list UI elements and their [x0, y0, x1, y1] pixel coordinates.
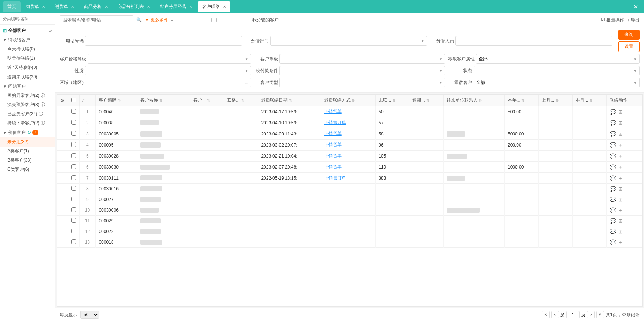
- retail-attr-dropdown[interactable]: 全部 ▼: [476, 54, 640, 64]
- tab-analysis[interactable]: 商品分析 ✕: [80, 1, 112, 12]
- sidebar-item-declining[interactable]: 持续下滑客户(2) ⓘ: [0, 119, 55, 128]
- row-last-method[interactable]: [321, 216, 375, 226]
- row-checkbox[interactable]: [71, 197, 76, 201]
- row-checkbox-cell[interactable]: [68, 173, 79, 184]
- row-checkbox[interactable]: [71, 164, 76, 169]
- cust-type-dropdown[interactable]: ▼: [279, 78, 446, 87]
- tab-sales-close[interactable]: ✕: [42, 4, 45, 9]
- contact-method-link[interactable]: 下销货单: [324, 142, 342, 147]
- col-uncontact[interactable]: 未联... ⇅: [376, 95, 409, 106]
- apps-icon[interactable]: ⊞: [618, 175, 623, 181]
- page-size-select[interactable]: 50 100 200: [80, 311, 99, 319]
- my-customer-checkbox[interactable]: [177, 18, 251, 22]
- manager-dropdown[interactable]: …: [455, 36, 612, 46]
- row-last-method[interactable]: 下销货单: [321, 151, 375, 162]
- row-checkbox-cell[interactable]: [68, 128, 79, 140]
- apps-icon[interactable]: ⊞: [618, 142, 623, 148]
- contact-method-link[interactable]: 下销货单: [324, 109, 342, 114]
- chat-icon[interactable]: 💬: [610, 175, 616, 181]
- sidebar-item-abnormal[interactable]: 囤购异常客户(2) ⓘ: [0, 91, 55, 100]
- row-checkbox[interactable]: [71, 109, 76, 114]
- page-number-input[interactable]: [566, 311, 580, 318]
- prev-page-btn[interactable]: <: [551, 311, 559, 318]
- tab-cust-segment[interactable]: 客户分层经营 ✕: [155, 1, 197, 12]
- row-last-method[interactable]: 下销货单: [321, 140, 375, 151]
- col-cust-type[interactable]: 客户... ⇅: [190, 95, 224, 106]
- row-last-method[interactable]: [321, 237, 375, 248]
- sidebar-item-class-b[interactable]: B类客户(33): [0, 156, 55, 165]
- row-last-method[interactable]: [321, 205, 375, 216]
- row-checkbox[interactable]: [71, 142, 76, 147]
- row-checkbox-cell[interactable]: [68, 184, 79, 194]
- last-page-btn[interactable]: K: [596, 311, 604, 318]
- chat-icon[interactable]: 💬: [610, 229, 616, 234]
- batch-op-btn[interactable]: ☑ 批量操作: [601, 17, 624, 23]
- row-checkbox-cell[interactable]: [68, 237, 79, 248]
- tab-home[interactable]: 首页: [3, 1, 21, 12]
- row-checkbox[interactable]: [71, 186, 76, 191]
- row-checkbox-cell[interactable]: [68, 151, 79, 162]
- tab-cust-segment-close[interactable]: ✕: [189, 4, 193, 9]
- apps-icon[interactable]: ⊞: [618, 164, 623, 170]
- col-contact-person[interactable]: 往来单位联系人 ⇅: [443, 95, 504, 106]
- checkbox-all-col[interactable]: [68, 95, 79, 106]
- col-this-month[interactable]: 本月... ⇅: [573, 95, 606, 106]
- row-checkbox[interactable]: [71, 239, 76, 244]
- row-last-method[interactable]: 下销货单: [321, 128, 375, 140]
- tab-purchase-close[interactable]: ✕: [71, 4, 74, 9]
- first-page-btn[interactable]: K: [542, 311, 550, 318]
- chat-icon[interactable]: 💬: [610, 197, 616, 202]
- phone-input[interactable]: [85, 36, 242, 46]
- sidebar-item-ungroup[interactable]: 未分组(32): [0, 137, 55, 147]
- gear-settings-col[interactable]: ⚙: [57, 95, 68, 106]
- region-dropdown[interactable]: …: [88, 78, 251, 87]
- chat-icon[interactable]: 💬: [610, 239, 616, 245]
- chat-icon[interactable]: 💬: [610, 218, 616, 224]
- row-last-method[interactable]: [321, 194, 375, 205]
- apps-icon[interactable]: ⊞: [618, 229, 623, 234]
- query-button[interactable]: 查询: [618, 30, 640, 40]
- search-icon[interactable]: 🔍: [136, 17, 142, 22]
- apps-icon[interactable]: ⊞: [618, 207, 623, 213]
- row-checkbox[interactable]: [71, 120, 76, 125]
- reset-button[interactable]: 设置: [618, 41, 640, 52]
- row-checkbox[interactable]: [71, 131, 76, 136]
- sidebar-collapse-btn[interactable]: «: [49, 28, 52, 34]
- tab-cust-contact[interactable]: 客户联络 ✕: [198, 1, 230, 12]
- col-contact[interactable]: 联络... ⇅: [224, 95, 258, 106]
- row-checkbox-cell[interactable]: [68, 162, 79, 173]
- row-checkbox-cell[interactable]: [68, 194, 79, 205]
- contact-method-link[interactable]: 下销货单: [324, 153, 342, 158]
- col-last-method[interactable]: 最后联络方式 ⇅: [321, 95, 375, 106]
- sidebar-item-churned[interactable]: 已流失客户(24) ⓘ: [0, 109, 55, 119]
- col-last-month[interactable]: 上月... ⇅: [539, 95, 573, 106]
- row-checkbox-cell[interactable]: [68, 226, 79, 237]
- select-all-checkbox[interactable]: [71, 98, 76, 102]
- tab-cust-contact-close[interactable]: ✕: [223, 4, 226, 9]
- col-code[interactable]: 客户编码 ⇅: [96, 95, 137, 106]
- row-last-method[interactable]: 下销售订单: [321, 173, 375, 184]
- contact-method-link[interactable]: 下销售订单: [324, 120, 346, 125]
- retail-cust-dropdown[interactable]: 全部 ▼: [474, 78, 640, 87]
- sidebar-group-problem[interactable]: ▼ 问题客户: [0, 82, 55, 91]
- row-last-method[interactable]: [321, 226, 375, 237]
- sidebar-item-class-a[interactable]: A类客户(1): [0, 147, 55, 156]
- col-this-year[interactable]: 本年... ⇅: [504, 95, 538, 106]
- tab-analysis-list[interactable]: 商品分析列表 ✕: [113, 1, 155, 12]
- row-checkbox-cell[interactable]: [68, 117, 79, 128]
- col-overdue[interactable]: 逾期... ⇅: [409, 95, 443, 106]
- sidebar-item-7days[interactable]: 近7天待联络(0): [0, 63, 55, 72]
- chat-icon[interactable]: 💬: [610, 131, 616, 137]
- row-last-method[interactable]: 下销售订单: [321, 117, 375, 128]
- sidebar-item-tomorrow[interactable]: 明天待联络(1): [0, 54, 55, 63]
- price-level-dropdown[interactable]: ▼: [88, 54, 251, 64]
- row-checkbox-cell[interactable]: [68, 216, 79, 226]
- tab-analysis-list-close[interactable]: ✕: [147, 4, 150, 9]
- chat-icon[interactable]: 💬: [610, 120, 616, 126]
- sidebar-item-today[interactable]: 今天待联络(0): [0, 45, 55, 54]
- apps-icon[interactable]: ⊞: [618, 153, 623, 159]
- row-checkbox-cell[interactable]: [68, 140, 79, 151]
- search-input[interactable]: [60, 15, 133, 24]
- contact-method-link[interactable]: 下销货单: [324, 164, 342, 169]
- close-all-button[interactable]: ✕: [630, 3, 641, 10]
